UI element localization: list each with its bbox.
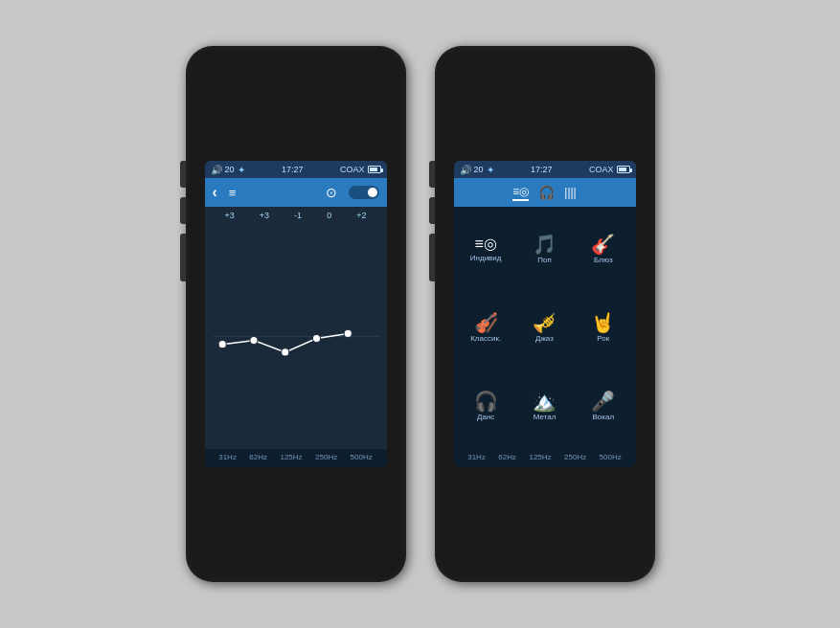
genre-blues[interactable]: 🎸 Блюз — [575, 211, 631, 287]
volume-up-button[interactable] — [180, 161, 186, 188]
pop-label: Поп — [537, 256, 552, 264]
genre-freq-bar: 31Hz 62Hz 125Hz 250Hz 500Hz — [454, 449, 636, 467]
eq-val-1: +3 — [225, 211, 235, 220]
gfreq-2: 62Hz — [498, 453, 516, 461]
eq-toolbar: ‹ ≡ ⊙ — [205, 178, 387, 207]
metal-label: Метал — [534, 413, 556, 421]
screen-right: 🔊 20 ✦ 17:27 COAX ≡◎ 🎧 |||| — [454, 161, 636, 467]
gfreq-4: 250Hz — [564, 453, 586, 461]
rock-icon: 🤘 — [591, 313, 615, 332]
genre-grid: ≡◎ Индивид 🎵 Поп 🎸 Блюз 🎻 Классик. 🎺 Джа… — [454, 207, 636, 449]
individual-label: Индивид — [470, 254, 502, 262]
treble-header-icon[interactable]: |||| — [564, 186, 576, 199]
eq-toggle[interactable] — [349, 186, 379, 199]
status-right-right: COAX — [589, 165, 630, 174]
svg-point-5 — [344, 329, 352, 337]
status-bar-right: 🔊 20 ✦ 17:27 COAX — [454, 161, 636, 178]
genre-vocal[interactable]: 🎤 Вокал — [575, 369, 631, 445]
jazz-icon: 🎺 — [533, 313, 556, 332]
eq-toggle-knob — [368, 188, 377, 197]
timer-icon[interactable]: ⊙ — [326, 185, 337, 200]
side-buttons-left — [180, 161, 186, 281]
battery-fill-r — [619, 168, 626, 171]
freq-3: 125Hz — [280, 453, 302, 461]
vocal-icon: 🎤 — [591, 392, 615, 411]
svg-point-2 — [249, 337, 257, 345]
metal-icon: 🏔️ — [533, 392, 556, 411]
genre-dance[interactable]: 🎧 Данс — [458, 369, 514, 445]
volume-down-button-r[interactable] — [429, 197, 435, 224]
jazz-label: Джаз — [535, 334, 554, 343]
eq-val-4: 0 — [327, 211, 331, 220]
bluetooth-icon: ✦ — [238, 165, 245, 175]
gfreq-1: 31Hz — [467, 453, 486, 461]
status-bar-left: 🔊 20 ✦ 17:27 COAX — [205, 161, 387, 178]
gfreq-5: 500Hz — [600, 453, 622, 461]
time-display: 17:27 — [282, 165, 304, 174]
side-buttons-right — [429, 161, 435, 281]
screen-left: 🔊 20 ✦ 17:27 COAX ‹ ≡ ⊙ +3 — [205, 161, 387, 467]
settings-icon[interactable]: ≡ — [229, 186, 237, 200]
output-label-r: COAX — [589, 165, 614, 174]
dance-icon: 🎧 — [474, 392, 498, 411]
output-label: COAX — [340, 165, 365, 174]
battery-icon — [368, 166, 381, 173]
eq-freq-bar: 31Hz 62Hz 125Hz 250Hz 500Hz — [205, 449, 387, 467]
eq-header-icon[interactable]: ≡◎ — [512, 185, 529, 201]
battery-fill — [370, 168, 377, 171]
genre-metal[interactable]: 🏔️ Метал — [516, 369, 573, 445]
battery-icon-r — [617, 166, 630, 173]
freq-4: 250Hz — [315, 453, 337, 461]
blues-label: Блюз — [594, 256, 613, 264]
eq-val-5: +2 — [356, 211, 366, 220]
blues-icon: 🎸 — [591, 235, 615, 254]
volume-value: 20 — [225, 165, 235, 174]
eq-val-3: -1 — [294, 211, 302, 220]
status-right: COAX — [340, 165, 381, 174]
time-display-r: 17:27 — [531, 165, 553, 174]
volume-up-button-r[interactable] — [429, 161, 435, 188]
svg-point-1 — [218, 341, 226, 348]
bluetooth-icon-r: ✦ — [487, 165, 494, 175]
play-button-r[interactable] — [429, 234, 435, 281]
freq-5: 500Hz — [351, 453, 373, 461]
back-button[interactable]: ‹ — [213, 184, 217, 201]
classic-label: Классик. — [470, 334, 501, 343]
individual-icon: ≡◎ — [474, 236, 496, 252]
eq-val-2: +3 — [260, 211, 269, 220]
volume-value-r: 20 — [474, 165, 484, 174]
genre-classic[interactable]: 🎻 Классик. — [458, 289, 514, 366]
genre-pop[interactable]: 🎵 Поп — [516, 211, 573, 287]
dance-label: Данс — [477, 413, 494, 421]
volume-icon: 🔊 — [211, 165, 222, 175]
svg-point-3 — [281, 348, 288, 356]
headphone-header-icon[interactable]: 🎧 — [538, 185, 555, 200]
gfreq-3: 125Hz — [529, 453, 551, 461]
play-button[interactable] — [180, 234, 186, 281]
eq-graph[interactable] — [205, 224, 387, 449]
device-left: 🔊 20 ✦ 17:27 COAX ‹ ≡ ⊙ +3 — [186, 46, 406, 582]
status-left: 🔊 20 ✦ — [211, 165, 245, 175]
classic-icon: 🎻 — [474, 313, 498, 332]
genre-individual[interactable]: ≡◎ Индивид — [458, 211, 514, 287]
genre-jazz[interactable]: 🎺 Джаз — [516, 289, 573, 366]
svg-point-4 — [312, 334, 320, 342]
freq-2: 62Hz — [249, 453, 267, 461]
rock-label: Рок — [597, 334, 609, 343]
genre-header-scroll: ≡◎ 🎧 |||| — [507, 185, 581, 201]
status-right-left: 🔊 20 ✦ — [460, 165, 494, 175]
freq-1: 31Hz — [218, 453, 237, 461]
volume-down-button[interactable] — [180, 197, 186, 224]
eq-values: +3 +3 -1 0 +2 — [205, 207, 387, 224]
genre-rock[interactable]: 🤘 Рок — [575, 289, 631, 366]
pop-icon: 🎵 — [533, 235, 556, 254]
genre-header: ≡◎ 🎧 |||| — [454, 178, 636, 207]
device-right: 🔊 20 ✦ 17:27 COAX ≡◎ 🎧 |||| — [435, 46, 655, 582]
volume-icon-r: 🔊 — [460, 165, 471, 175]
vocal-label: Вокал — [593, 413, 615, 421]
